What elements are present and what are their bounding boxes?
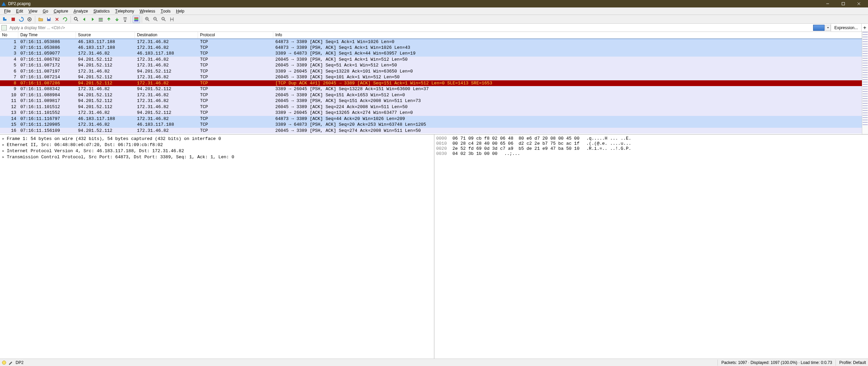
filter-history-dropdown[interactable] xyxy=(825,25,831,31)
go-forward-icon[interactable] xyxy=(89,16,96,23)
menu-tools[interactable]: Tools xyxy=(158,7,173,15)
close-file-icon[interactable] xyxy=(53,16,61,23)
menu-statistics[interactable]: Statistics xyxy=(91,7,113,15)
svg-rect-16 xyxy=(134,17,138,19)
stop-capture-icon[interactable] xyxy=(9,16,17,23)
svg-rect-1 xyxy=(842,2,845,5)
menu-view[interactable]: View xyxy=(26,7,40,15)
resize-columns-icon[interactable] xyxy=(168,16,176,23)
col-header-source[interactable]: Source xyxy=(76,32,135,38)
table-row[interactable]: 1507:16:11.120985172.31.46.8246.183.117.… xyxy=(0,122,862,128)
auto-scroll-icon[interactable] xyxy=(121,16,129,23)
toolbar: 1 xyxy=(0,15,868,24)
separator xyxy=(35,16,35,23)
status-file: DP2 xyxy=(16,360,714,365)
svg-point-11 xyxy=(74,17,77,20)
status-packets: Packets: 1097 · Displayed: 1097 (100.0%)… xyxy=(721,360,832,365)
go-first-icon[interactable] xyxy=(105,16,113,23)
apply-filter-button[interactable] xyxy=(813,25,825,31)
table-row[interactable]: 1207:16:11.10151294.201.52.112172.31.46.… xyxy=(0,104,862,110)
packet-list[interactable]: No Day Time Source Destination Protocol … xyxy=(0,32,862,134)
table-row[interactable]: 1107:16:11.08981794.201.52.112172.31.46.… xyxy=(0,98,862,104)
expression-button[interactable]: Expression... xyxy=(831,24,861,32)
hex-line[interactable]: 003004 02 3b 1b 00 00..;... xyxy=(436,151,866,156)
titlebar: DP2.pcapng xyxy=(0,0,868,7)
col-header-no[interactable]: No xyxy=(0,32,18,38)
table-row[interactable]: 607:16:11.087197172.31.46.8294.201.52.11… xyxy=(0,68,862,75)
col-header-protocol[interactable]: Protocol xyxy=(198,32,273,38)
minimize-button[interactable] xyxy=(820,0,835,7)
filter-bar: Expression... + xyxy=(0,24,868,32)
menu-telephony[interactable]: Telephony xyxy=(113,7,137,15)
tree-item[interactable]: ▸Internet Protocol Version 4, Src: 46.18… xyxy=(2,148,432,154)
maximize-button[interactable] xyxy=(835,0,851,7)
menu-go[interactable]: Go xyxy=(40,7,51,15)
table-row[interactable]: 1607:16:11.15610994.201.52.112172.31.46.… xyxy=(0,128,862,134)
col-header-destination[interactable]: Destination xyxy=(135,32,198,38)
packet-minimap[interactable] xyxy=(862,32,868,134)
table-row[interactable]: 407:16:11.08678294.201.52.112172.31.46.8… xyxy=(0,57,862,63)
table-row[interactable]: 207:16:11.05388646.183.117.188172.31.46.… xyxy=(0,45,862,51)
add-filter-button[interactable]: + xyxy=(861,24,868,32)
svg-rect-15 xyxy=(99,21,103,21)
find-packet-icon[interactable] xyxy=(73,16,80,23)
app-icon xyxy=(1,1,6,6)
hex-line[interactable]: 001000 28 c4 28 40 00 65 06 d2 c2 2e b7 … xyxy=(436,141,866,146)
status-profile[interactable]: Profile: Default xyxy=(839,360,866,365)
svg-line-27 xyxy=(164,20,165,21)
expert-info-icon[interactable] xyxy=(2,361,6,365)
table-row[interactable]: 1007:16:11.08898494.201.52.112172.31.46.… xyxy=(0,92,862,98)
packet-list-header[interactable]: No Day Time Source Destination Protocol … xyxy=(0,32,862,39)
tree-item[interactable]: ▸Ethernet II, Src: 06:48:80:e6:d7:20, Ds… xyxy=(2,142,432,148)
tree-item[interactable]: ▸Transmission Control Protocol, Src Port… xyxy=(2,154,432,160)
tree-item[interactable]: ▸Frame 1: 54 bytes on wire (432 bits), 5… xyxy=(2,136,432,142)
svg-rect-4 xyxy=(12,18,15,21)
zoom-in-icon[interactable] xyxy=(144,16,151,23)
table-row[interactable]: 707:16:11.08721494.201.52.112172.31.46.8… xyxy=(0,74,862,80)
zoom-out-icon[interactable] xyxy=(152,16,159,23)
packet-list-pane: No Day Time Source Destination Protocol … xyxy=(0,32,868,135)
table-row[interactable]: 107:16:11.05388646.183.117.188172.31.46.… xyxy=(0,39,862,45)
go-back-icon[interactable] xyxy=(81,16,88,23)
filter-bookmark-icon[interactable] xyxy=(1,25,7,30)
menu-capture[interactable]: Capture xyxy=(51,7,71,15)
close-button[interactable] xyxy=(851,0,867,7)
start-capture-icon[interactable] xyxy=(1,16,9,23)
menu-help[interactable]: Help xyxy=(173,7,187,15)
table-row[interactable]: 807:16:11.08728694.201.52.112172.31.46.8… xyxy=(0,80,862,86)
menu-file[interactable]: File xyxy=(1,7,13,15)
packet-details-tree[interactable]: ▸Frame 1: 54 bytes on wire (432 bits), 5… xyxy=(0,135,434,359)
menu-wireless[interactable]: Wireless xyxy=(137,7,158,15)
edit-capture-icon[interactable] xyxy=(8,360,13,365)
table-row[interactable]: 307:16:11.059077172.31.46.8246.183.117.1… xyxy=(0,50,862,57)
zoom-reset-icon[interactable]: 1 xyxy=(160,16,167,23)
open-file-icon[interactable] xyxy=(37,16,44,23)
packet-list-body[interactable]: 107:16:11.05388646.183.117.188172.31.46.… xyxy=(0,39,862,134)
packet-bytes-view[interactable]: 000006 71 09 cb f8 02 06 48 80 e6 d7 20 … xyxy=(434,135,868,359)
table-row[interactable]: 1407:16:11.11679746.183.117.188172.31.46… xyxy=(0,116,862,122)
table-row[interactable]: 907:16:11.088342172.31.46.8294.201.52.11… xyxy=(0,86,862,92)
colorize-icon[interactable] xyxy=(133,16,140,23)
go-to-packet-icon[interactable] xyxy=(97,16,104,23)
col-header-time[interactable]: Day Time xyxy=(18,32,76,38)
menu-analyze[interactable]: Analyze xyxy=(71,7,91,15)
display-filter-input[interactable] xyxy=(8,24,812,31)
status-bar: DP2 Packets: 1097 · Displayed: 1097 (100… xyxy=(0,359,868,366)
reload-icon[interactable] xyxy=(61,16,69,23)
table-row[interactable]: 1307:16:11.101552172.31.46.8294.201.52.1… xyxy=(0,110,862,116)
col-header-info[interactable]: Info xyxy=(273,32,862,38)
svg-rect-18 xyxy=(134,20,138,21)
window-controls xyxy=(820,0,867,7)
restart-capture-icon[interactable] xyxy=(18,16,25,23)
hex-line[interactable]: 000006 71 09 cb f8 02 06 48 80 e6 d7 20 … xyxy=(436,136,866,141)
svg-rect-14 xyxy=(99,19,103,20)
table-row[interactable]: 507:16:11.08717294.201.52.112172.31.46.8… xyxy=(0,62,862,68)
go-last-icon[interactable] xyxy=(113,16,121,23)
capture-options-icon[interactable] xyxy=(26,16,33,23)
save-file-icon[interactable] xyxy=(45,16,53,23)
menu-edit[interactable]: Edit xyxy=(13,7,26,15)
hex-line[interactable]: 00202e 52 fd 69 0d 3d c7 a9 b5 de 21 e9 … xyxy=(436,146,866,151)
svg-text:1: 1 xyxy=(162,18,164,20)
svg-line-20 xyxy=(148,20,149,21)
svg-line-12 xyxy=(77,20,78,21)
